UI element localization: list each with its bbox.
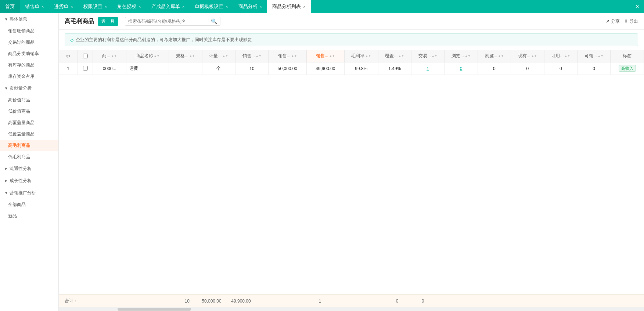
close-product-instock-tab[interactable]: × — [182, 4, 184, 9]
share-btn[interactable]: ↗ 分享 — [606, 18, 620, 25]
horizontal-scrollbar[interactable] — [59, 307, 644, 311]
sort-browse2: ▲▼ — [498, 55, 504, 58]
nav-role[interactable]: 角色授权 × — [112, 0, 146, 13]
export-btn[interactable]: ⬇ 导出 — [624, 18, 638, 25]
arrow-growth: ▼ — [4, 179, 8, 183]
sort-sales-profit: ▲▼ — [329, 55, 335, 58]
sort-sellable: ▲▼ — [598, 55, 604, 58]
nav-home[interactable]: 首页 — [0, 0, 20, 13]
footer-sales-amt: 50,000.00 — [197, 299, 226, 304]
sidebar-item-low-value[interactable]: 低价值商品 — [0, 106, 58, 117]
cell-trade-count: 1 — [411, 62, 444, 75]
sidebar-group-marketing[interactable]: ▼ 营销推广分析 — [0, 187, 58, 199]
sidebar-item-high-value[interactable]: 高价值商品 — [0, 94, 58, 106]
sidebar-item-traded[interactable]: 交易过的商品 — [0, 37, 58, 48]
cell-unit: 个 — [202, 62, 235, 75]
col-current-stock-header[interactable]: 现有... ▲▼ — [511, 50, 544, 62]
main-layout: ▼ 整体信息 销售旺销商品 交易过的商品 商品分类助销率 有库存的商品 库存资金… — [0, 13, 644, 311]
close-product-analysis-tab[interactable]: × — [260, 4, 262, 9]
col-unit-header[interactable]: 计量... ▲▼ — [202, 50, 235, 62]
cell-check — [78, 62, 93, 75]
col-sales-amt-header[interactable]: 销售... ▲▼ — [269, 50, 306, 62]
arrow-overall: ▼ — [4, 17, 8, 21]
sidebar-item-in-stock[interactable]: 有库存的商品 — [0, 59, 58, 71]
footer-sales-profit: 49,900.00 — [226, 299, 256, 304]
nav-sales[interactable]: 销售单 × — [20, 0, 49, 13]
sort-current-stock: ▲▼ — [531, 55, 537, 58]
sidebar-group-contribution[interactable]: ▼ 贡献量分析 — [0, 82, 58, 94]
content-area: 高毛利商品 近一月 🔍 ↗ 分享 ⬇ 导出 ◇ 企业的主要的利润都是这部分商品创… — [59, 13, 644, 311]
search-box: 🔍 — [125, 17, 220, 26]
sidebar-group-liquidity[interactable]: ▼ 流通性分析 — [0, 163, 58, 175]
top-nav: 首页 销售单 × 进货单 × 权限设置 × 角色授权 × 产成品入库单 × 单据… — [0, 0, 644, 13]
row-checkbox[interactable] — [83, 66, 88, 70]
nav-product-analysis-list[interactable]: 商品分析列表 × — [267, 0, 310, 13]
sidebar-item-sales-hot[interactable]: 销售旺销商品 — [0, 25, 58, 37]
close-permission-tab[interactable]: × — [105, 4, 107, 9]
nav-permission[interactable]: 权限设置 × — [78, 0, 112, 13]
col-sellable-header[interactable]: 可销... ▲▼ — [577, 50, 610, 62]
sidebar-item-new-products[interactable]: 新品 — [0, 210, 58, 222]
footer-empty1 — [256, 299, 307, 304]
trade-count-link[interactable]: 1 — [427, 66, 429, 71]
col-sales-profit-header[interactable]: 销售... ▲▼ — [306, 50, 344, 62]
col-trade-count-header[interactable]: 交易... ▲▼ — [411, 50, 444, 62]
close-purchase-tab[interactable]: × — [71, 4, 73, 9]
col-name-header[interactable]: 商品名称 ▲▼ — [126, 50, 169, 62]
nav-product-analysis[interactable]: 商品分析 × — [233, 0, 267, 13]
cell-sales-amt: 50,000.00 — [269, 62, 306, 75]
col-browse1-header[interactable]: 浏览... ▲▼ — [445, 50, 478, 62]
footer-available-stock: 0 — [410, 299, 436, 304]
filter-recent-month-btn[interactable]: 近一月 — [98, 17, 118, 26]
settings-icon[interactable]: ⚙ — [66, 54, 70, 59]
tip-text: 企业的主要的利润都是这部分商品创造的，可考虑加大推广，同时关注库存是不要出现缺货 — [76, 37, 252, 43]
cell-tag: 高收入 — [611, 62, 644, 75]
browse1-link[interactable]: 0 — [460, 66, 463, 71]
close-all-tabs[interactable]: × — [631, 0, 644, 13]
col-code-header[interactable]: 商... ▲▼ — [93, 50, 126, 62]
sidebar-item-all-products[interactable]: 全部商品 — [0, 199, 58, 210]
sidebar: ▼ 整体信息 销售旺销商品 交易过的商品 商品分类助销率 有库存的商品 库存资金… — [0, 13, 59, 311]
tag-high-income: 高收入 — [619, 65, 636, 72]
nav-template[interactable]: 单据模板设置 × — [190, 0, 233, 13]
footer-trade-count: 1 — [307, 299, 333, 304]
cell-current-stock: 0 — [511, 62, 544, 75]
search-icon[interactable]: 🔍 — [211, 18, 217, 24]
sidebar-item-high-coverage[interactable]: 高覆盖量商品 — [0, 117, 58, 129]
col-coverage-header[interactable]: 覆盖... ▲▼ — [378, 50, 411, 62]
col-spec-header[interactable]: 规格... ▲▼ — [169, 50, 202, 62]
data-table: ⚙ 商... ▲▼ — [59, 50, 644, 75]
nav-purchase[interactable]: 进货单 × — [49, 0, 78, 13]
sidebar-group-growth[interactable]: ▼ 成长性分析 — [0, 175, 58, 187]
footer-bar: 合计： 10 50,000.00 49,900.00 1 0 0 — [59, 294, 644, 307]
footer-label: 合计： — [65, 298, 94, 304]
sort-code: ▲▼ — [111, 55, 117, 58]
sidebar-group-overall-items: 销售旺销商品 交易过的商品 商品分类助销率 有库存的商品 库存资金占用 — [0, 25, 58, 82]
close-sales-tab[interactable]: × — [42, 4, 44, 9]
close-template-tab[interactable]: × — [226, 4, 228, 9]
table-header-row: ⚙ 商... ▲▼ — [59, 50, 644, 62]
col-browse2-header[interactable]: 浏览... ▲▼ — [478, 50, 511, 62]
tip-icon: ◇ — [70, 37, 73, 43]
sidebar-item-capital-usage[interactable]: 库存资金占用 — [0, 71, 58, 82]
sidebar-item-category-rate[interactable]: 商品分类助销率 — [0, 48, 58, 59]
nav-product-instock[interactable]: 产成品入库单 × — [146, 0, 190, 13]
col-available-stock-header[interactable]: 可用... ▲▼ — [544, 50, 577, 62]
sidebar-item-low-margin[interactable]: 低毛利商品 — [0, 151, 58, 163]
col-gross-margin-header[interactable]: 毛利率 ▲▼ — [345, 50, 378, 62]
sort-name: ▲▼ — [154, 55, 160, 58]
col-sales-qty-header[interactable]: 销售... ▲▼ — [235, 50, 268, 62]
sidebar-item-low-coverage[interactable]: 低覆盖量商品 — [0, 129, 58, 140]
cell-sales-profit: 49,900.00 — [306, 62, 344, 75]
close-role-tab[interactable]: × — [138, 4, 141, 9]
arrow-contribution: ▼ — [4, 86, 8, 90]
close-product-analysis-list-tab[interactable]: × — [303, 4, 305, 9]
cell-available-stock: 0 — [544, 62, 577, 75]
search-input[interactable] — [128, 19, 211, 24]
table-row: 1 0000... 运费 个 10 50,000.00 49,900.00 99… — [59, 62, 644, 75]
sidebar-item-high-margin[interactable]: 高毛利商品 — [0, 140, 58, 151]
scrollbar-thumb[interactable] — [118, 308, 191, 311]
col-check — [78, 50, 93, 62]
select-all-checkbox[interactable] — [83, 54, 88, 58]
sidebar-group-overall[interactable]: ▼ 整体信息 — [0, 13, 58, 25]
